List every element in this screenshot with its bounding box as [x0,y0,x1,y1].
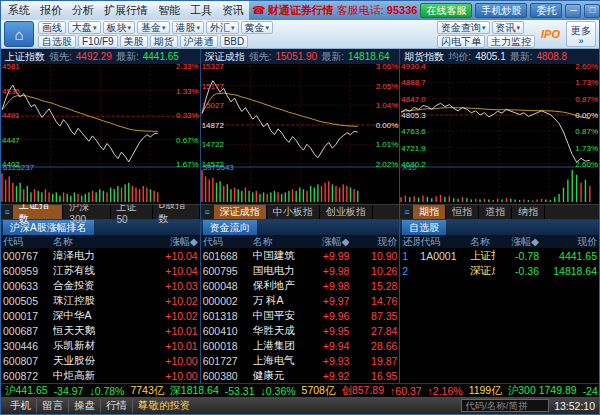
toolbar-button[interactable]: 主力监控 [487,35,535,48]
toolbar-button[interactable]: 期货 [150,35,178,48]
panel-menu-icon[interactable]: ≡ [201,205,214,219]
dropdown-arrow-icon: ▾ [482,22,486,33]
toolbar-button[interactable]: 资金查询▾ [437,21,490,34]
table-row[interactable]: 11A0001上证指数-0.784441.65 [400,248,599,263]
toolbar-button[interactable]: 闪电下单 [437,35,485,48]
cell: 600807 [3,355,53,367]
chart-tab[interactable]: 沪深300 [63,205,110,219]
intraday-chart: 458145364491444744022.33%1.33%0.33%0.67%… [1,64,200,204]
toolbar-button[interactable]: 大盘▾ [68,21,101,34]
chart-tab[interactable]: 中小板指 [267,205,320,219]
table-row[interactable]: 000767漳泽电力+10.04 [1,248,200,263]
table-row[interactable]: 600959江苏有线+10.04 [1,263,200,278]
toolbar-button[interactable]: 画线 [38,21,66,34]
toolbar-button[interactable]: 外汇▾ [206,21,239,34]
chart-tab[interactable]: 恒指 [446,205,479,219]
panel-menu-icon[interactable]: ≡ [1,205,13,219]
column-header[interactable]: 现价 [349,235,397,249]
table-row[interactable]: 601318中国平安+9.9687.35 [201,308,400,323]
stock-code-input[interactable] [461,399,549,412]
table-row[interactable]: 600410华胜天成+9.9527.84 [201,323,400,338]
toolbar-button[interactable]: 港股▾ [172,21,205,34]
menu-item[interactable]: 智能 [153,3,185,18]
chart-tab[interactable]: 上证指数 [13,205,63,219]
toolbar-row: 自选股F10/F9美股期货沪港通BBD [38,35,273,48]
toolbar-button[interactable]: 黄金▾ [241,21,274,34]
bottom-tab[interactable]: 行情 [101,399,133,413]
online-service-button[interactable]: 在线客服 [420,3,472,18]
menu-item[interactable]: 系统 [3,3,35,18]
tables-area: 沪深A股涨幅排名代码名称涨幅◆000767漳泽电力+10.04600959江苏有… [1,219,599,383]
table-row[interactable]: 000002万 科A+9.9714.76 [201,293,400,308]
toolbar-button[interactable]: 资讯▾ [492,21,525,34]
index-quote: 沪441.65 [5,384,48,398]
toolbar-button[interactable]: 自选股 [38,35,76,48]
column-header[interactable]: 涨幅◆ [303,235,349,249]
menu-item[interactable]: 分析 [67,3,99,18]
menu-item[interactable]: 工具 [185,3,217,18]
table-row[interactable]: 600807天业股份+10.00 [1,353,200,368]
home-button[interactable]: ⌂ [4,21,34,47]
menu-item[interactable]: 报价 [35,3,67,18]
menu-item[interactable]: 扩展行情 [99,3,153,18]
table-panel-title[interactable]: 自选股 [402,220,446,235]
column-header[interactable]: 名称 [253,235,304,249]
table-rows: 000767漳泽电力+10.04600959江苏有线+10.04000633合金… [1,248,200,383]
table-row[interactable]: 000633合金投资+10.03 [1,278,200,293]
column-header[interactable]: 代码 [3,235,53,249]
chart-tab[interactable]: 道指 [479,205,512,219]
column-header[interactable]: 涨幅◆ [146,235,198,249]
chart-tab[interactable]: 纳指 [512,205,545,219]
table-row[interactable]: 601668中国建筑+9.9910.90 [201,248,400,263]
table-row[interactable]: 600380健康元+9.9216.95 [201,368,400,383]
column-header[interactable]: 名称 [53,235,146,249]
mobile-trade-button[interactable]: 手机炒股 [475,3,527,18]
toolbar-button[interactable]: 沪港通 [180,35,218,48]
cell: +9.98 [303,280,349,292]
table-row[interactable]: 600795国电电力+9.9810.26 [201,263,400,278]
cell: 深中华A [53,309,146,323]
table-row[interactable]: 601727上海电气+9.9319.87 [201,353,400,368]
table-row[interactable]: 600018上港集团+9.9428.66 [201,338,400,353]
column-header[interactable]: 代码 [203,235,253,249]
toolbar-button[interactable]: 板块▾ [103,21,136,34]
cell: 600048 [203,280,253,292]
bottom-tab[interactable]: 留言 [37,399,69,413]
ipo-button[interactable]: IPO [539,28,562,40]
brand-label: 财通证券行情 [268,3,334,18]
chart-tab[interactable]: B股指数 [153,205,200,219]
table-row[interactable]: 300446乐凯新材+10.01 [1,338,200,353]
price-line [202,81,358,158]
menu-item[interactable]: 资讯 [217,3,249,18]
panel-menu-icon[interactable]: ≡ [400,205,413,219]
table-row[interactable]: 000017深中华A+10.02 [1,308,200,323]
chart-tab[interactable]: 深证成指 [214,205,267,219]
cell: +10.04 [146,265,198,277]
bottom-tab[interactable]: 手机 [5,399,37,413]
minimize-button[interactable]: ─ [565,4,581,18]
table-row[interactable]: 600048保利地产+9.9815.28 [201,278,400,293]
chart-info-label: 领先: [49,50,72,64]
maximize-button[interactable]: □ [584,4,600,18]
toolbar-button[interactable]: BBD [220,35,249,48]
menu-right-area: ☎ 财通证券行情 客服电话: 95336 在线客服 手机炒股 委托 ─ □ × [249,1,600,20]
more-button[interactable]: 更多 » [566,21,596,47]
column-header[interactable]: 涨幅◆ [495,235,539,249]
table-panel-title[interactable]: 资金流向 [203,220,257,235]
trade-button[interactable]: 委托 [530,3,562,18]
table-row[interactable]: 2深证成指-0.3614818.64 [400,263,599,278]
table-row[interactable]: 000505珠江控股+10.02 [1,293,200,308]
toolbar-button[interactable]: F10/F9 [78,35,118,48]
bottom-tab[interactable]: 操盘 [69,399,101,413]
chart-tab[interactable]: 上证50 [111,205,153,219]
table-row[interactable]: 000687恒天天鹅+10.01 [1,323,200,338]
toolbar-button[interactable]: 基金▾ [137,21,170,34]
toolbar-button[interactable]: 美股 [120,35,148,48]
column-header[interactable]: 还原 [402,235,420,249]
column-header[interactable]: 代码 [420,235,470,249]
column-header[interactable]: 名称 [470,235,495,249]
table-row[interactable]: 600872中炬高新+10.00 [1,368,200,383]
chart-tab[interactable]: 创业板指 [320,205,373,219]
chart-tab[interactable]: 期指 [413,205,446,219]
column-header[interactable]: 现价 [539,235,597,249]
